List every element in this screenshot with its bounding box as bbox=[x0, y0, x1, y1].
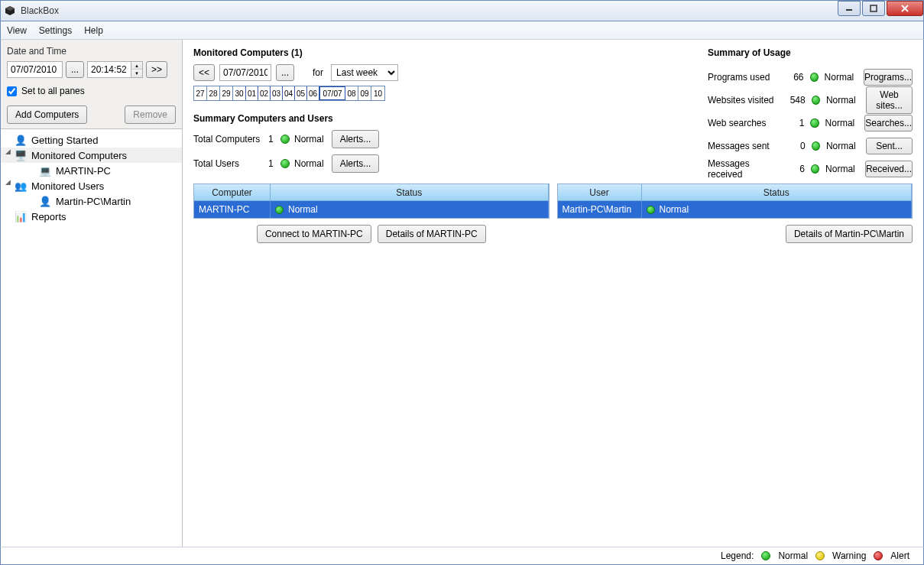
cal-day[interactable]: 30 bbox=[233, 86, 246, 100]
connect-button[interactable]: Connect to MARTIN-PC bbox=[257, 225, 371, 243]
usage-button[interactable]: Web sites... bbox=[866, 86, 913, 114]
cell-status: Normal bbox=[642, 201, 913, 218]
usage-button[interactable]: Sent... bbox=[866, 138, 913, 154]
computers-table: Computer Status MARTIN-PC Normal bbox=[193, 183, 550, 219]
alerts-button[interactable]: Alerts... bbox=[332, 154, 380, 173]
status-dot-icon bbox=[280, 159, 290, 168]
usage-button[interactable]: Received... bbox=[865, 161, 913, 177]
legend-alert-icon bbox=[874, 551, 883, 560]
set-all-panes-label: Set to all panes bbox=[21, 86, 85, 96]
status-dot-icon bbox=[275, 206, 284, 214]
cal-day-current[interactable]: 07/07 bbox=[319, 86, 345, 100]
add-computers-button[interactable]: Add Computers bbox=[7, 106, 87, 124]
legend-label: Legend: bbox=[721, 550, 754, 561]
status-dot-icon bbox=[811, 164, 819, 174]
cal-day[interactable]: 29 bbox=[220, 86, 233, 100]
user-icon: 👤 bbox=[15, 134, 27, 146]
cell-status: Normal bbox=[271, 201, 549, 218]
th-status[interactable]: Status bbox=[642, 184, 913, 200]
window-titlebar: BlackBox bbox=[0, 0, 924, 21]
app-icon bbox=[4, 5, 16, 17]
remove-button[interactable]: Remove bbox=[125, 106, 176, 124]
usage-status: Normal bbox=[826, 141, 860, 151]
cal-day[interactable]: 09 bbox=[358, 86, 371, 100]
time-input[interactable] bbox=[87, 61, 131, 78]
sidebar: Date and Time ... ▲▼ >> Set to all panes… bbox=[1, 40, 183, 547]
cell-computer-name: MARTIN-PC bbox=[194, 201, 271, 218]
cal-day[interactable]: 06 bbox=[306, 86, 319, 100]
status-dot-icon bbox=[647, 206, 655, 214]
set-all-panes-checkbox[interactable] bbox=[7, 86, 17, 96]
usage-row: Websites visited548NormalWeb sites... bbox=[708, 89, 913, 112]
users-icon: 👥 bbox=[15, 180, 27, 192]
legend-normal: Normal bbox=[778, 550, 808, 561]
prev-button[interactable]: << bbox=[193, 64, 215, 81]
usage-status: Normal bbox=[825, 118, 859, 128]
tree-user-item[interactable]: 👤Martin-PC\Martin bbox=[1, 193, 182, 209]
cal-day[interactable]: 02 bbox=[258, 86, 271, 100]
legend-warning-icon bbox=[815, 551, 825, 560]
content-date-input[interactable] bbox=[219, 64, 271, 81]
usage-row: Web searches1NormalSearches... bbox=[708, 112, 913, 135]
menu-settings[interactable]: Settings bbox=[39, 25, 72, 36]
usage-value: 548 bbox=[787, 95, 806, 106]
window-close-button[interactable] bbox=[887, 1, 923, 16]
datetime-label: Date and Time bbox=[7, 46, 176, 57]
nav-tree: 👤Getting Started ◢🖥️Monitored Computers … bbox=[1, 128, 182, 547]
usage-button[interactable]: Programs... bbox=[864, 69, 913, 86]
go-button[interactable]: >> bbox=[146, 61, 167, 78]
menu-bar: View Settings Help bbox=[0, 21, 924, 40]
cal-day[interactable]: 01 bbox=[245, 86, 258, 100]
status-dot-icon bbox=[812, 96, 820, 105]
content-date-browse-button[interactable]: ... bbox=[276, 64, 294, 81]
usage-value: 66 bbox=[786, 72, 804, 83]
usage-value: 1 bbox=[786, 118, 805, 128]
range-select[interactable]: Last week bbox=[331, 64, 398, 81]
details-user-button[interactable]: Details of Martin-PC\Martin bbox=[786, 225, 913, 243]
total-users-value: 1 bbox=[268, 158, 276, 169]
usage-title: Summary of Usage bbox=[708, 47, 913, 58]
legend-alert: Alert bbox=[890, 550, 909, 561]
cal-day[interactable]: 08 bbox=[345, 86, 358, 100]
user-icon: 👤 bbox=[39, 195, 51, 207]
cal-day[interactable]: 04 bbox=[282, 86, 295, 100]
time-spinner[interactable]: ▲▼ bbox=[131, 61, 143, 78]
calendar-strip: 27 28 29 30 01 02 03 04 05 06 07/07 08 0… bbox=[193, 86, 385, 101]
status-dot-icon bbox=[280, 135, 290, 144]
usage-status: Normal bbox=[825, 72, 858, 83]
usage-row: Messages received6NormalReceived... bbox=[708, 157, 913, 180]
th-computer[interactable]: Computer bbox=[194, 184, 271, 200]
tree-reports[interactable]: 📊Reports bbox=[1, 209, 182, 224]
status-dot-icon bbox=[810, 73, 819, 82]
th-status[interactable]: Status bbox=[271, 184, 549, 200]
table-row[interactable]: MARTIN-PC Normal bbox=[194, 201, 549, 218]
cal-day[interactable]: 03 bbox=[270, 86, 283, 100]
cal-day[interactable]: 05 bbox=[294, 86, 307, 100]
legend-normal-icon bbox=[761, 551, 770, 560]
tree-monitored-computers[interactable]: 🖥️Monitored Computers bbox=[1, 148, 182, 163]
legend-bar: Legend: Normal Warning Alert bbox=[0, 547, 924, 565]
menu-view[interactable]: View bbox=[7, 25, 27, 36]
table-row[interactable]: Martin-PC\Martin Normal bbox=[558, 201, 913, 218]
tree-computer-item[interactable]: 💻MARTIN-PC bbox=[1, 163, 182, 178]
usage-button[interactable]: Searches... bbox=[864, 115, 913, 132]
details-computer-button[interactable]: Details of MARTIN-PC bbox=[378, 225, 486, 243]
tree-getting-started[interactable]: 👤Getting Started bbox=[1, 132, 182, 148]
th-user[interactable]: User bbox=[558, 184, 642, 200]
users-table: User Status Martin-PC\Martin Normal bbox=[557, 183, 913, 219]
total-users-label: Total Users bbox=[193, 158, 264, 169]
window-maximize-button[interactable] bbox=[862, 1, 885, 16]
date-input[interactable] bbox=[7, 61, 63, 78]
caret-icon[interactable]: ◢ bbox=[5, 178, 13, 186]
legend-warning: Warning bbox=[832, 550, 866, 561]
status-dot-icon bbox=[810, 119, 819, 128]
cal-day[interactable]: 27 bbox=[194, 86, 207, 100]
tree-monitored-users[interactable]: 👥Monitored Users bbox=[1, 178, 182, 193]
cal-day[interactable]: 10 bbox=[371, 86, 384, 100]
alerts-button[interactable]: Alerts... bbox=[332, 130, 380, 148]
menu-help[interactable]: Help bbox=[84, 25, 103, 36]
window-minimize-button[interactable] bbox=[838, 1, 861, 16]
caret-icon[interactable]: ◢ bbox=[5, 148, 13, 155]
cal-day[interactable]: 28 bbox=[207, 86, 220, 100]
date-browse-button[interactable]: ... bbox=[66, 61, 84, 78]
